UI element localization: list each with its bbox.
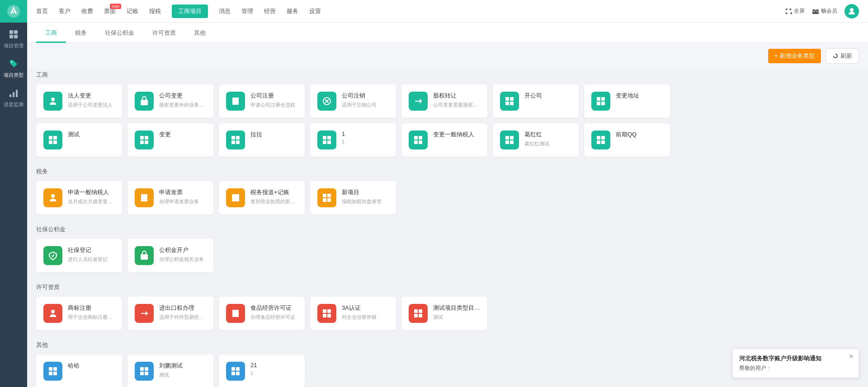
card-early-qq[interactable]: 前期QQ bbox=[584, 123, 670, 157]
svg-point-66 bbox=[51, 310, 55, 313]
card-desc: 测试 bbox=[159, 372, 206, 378]
svg-rect-4 bbox=[14, 35, 18, 38]
card-twentyone[interactable]: 21 1 bbox=[219, 354, 305, 387]
card-apply-taxpayer[interactable]: 申请一般纳税人 当月或次月成变更完成 bbox=[36, 181, 122, 214]
card-info: 测试项目类型目定义 测试 bbox=[433, 304, 480, 321]
nav-settings[interactable]: 设置 bbox=[309, 5, 321, 17]
card-new-project[interactable]: 新项目 报税加税控盘保管 bbox=[310, 181, 396, 214]
card-desc: 1 bbox=[250, 370, 297, 376]
svg-rect-76 bbox=[414, 314, 418, 317]
svg-rect-30 bbox=[49, 140, 52, 144]
nav-message[interactable]: 消息 bbox=[219, 5, 231, 17]
bizreg-cards-grid-2: 测试 变更 bbox=[36, 123, 859, 157]
card-legal-change[interactable]: 法人变更 适用于公司变更法人 bbox=[36, 84, 122, 118]
invoice-badge: new bbox=[110, 4, 121, 9]
card-change2[interactable]: 变更 bbox=[127, 123, 213, 157]
toolbar: + 新增业务类型 刷新 bbox=[27, 43, 868, 69]
tab-bizreg[interactable]: 工商 bbox=[36, 23, 66, 43]
card-icon bbox=[591, 92, 610, 111]
nav-invoice[interactable]: 票据 new bbox=[104, 5, 116, 17]
card-lala[interactable]: 拉拉 bbox=[219, 123, 305, 157]
card-trademark[interactable]: 商标注册 用于企业商标注册服务 bbox=[36, 297, 122, 330]
nav-home[interactable]: 首页 bbox=[36, 5, 48, 17]
card-test-define[interactable]: 测试项目类型目定义 测试 bbox=[401, 297, 487, 330]
card-name: 3A认证 bbox=[342, 304, 389, 312]
svg-rect-62 bbox=[327, 194, 331, 197]
tab-other[interactable]: 其他 bbox=[185, 23, 215, 43]
vip-btn[interactable]: 畅会员 bbox=[812, 7, 837, 15]
refresh-button[interactable]: 刷新 bbox=[826, 48, 859, 64]
card-desc: 适用于对外贸易经营者 bbox=[159, 314, 206, 321]
card-desc: 办理公积金相关业务 bbox=[159, 256, 206, 263]
card-import-export[interactable]: 进出口权办理 适用于对外贸易经营者 bbox=[127, 297, 213, 330]
sidebar-item-label: 项目类型 bbox=[4, 72, 24, 79]
svg-rect-12 bbox=[141, 100, 148, 105]
scroll-container[interactable]: 工商 法人变更 适用于公司变更法人 bbox=[27, 69, 868, 387]
card-fund-open[interactable]: 公积金开户 办理公积金相关业务 bbox=[127, 239, 213, 272]
card-open-company[interactable]: 开公司 bbox=[493, 84, 579, 118]
nav-service[interactable]: 服务 bbox=[287, 5, 298, 17]
tab-social[interactable]: 社保公积金 bbox=[96, 23, 143, 43]
card-info: 法人变更 适用于公司变更法人 bbox=[68, 92, 115, 108]
card-info: 商标注册 用于企业商标注册服务 bbox=[68, 304, 115, 321]
card-icon bbox=[226, 304, 245, 323]
card-food-license[interactable]: 食品经营许可证 办理食品经营许可证 bbox=[219, 297, 305, 330]
tab-tax[interactable]: 税务 bbox=[66, 23, 96, 43]
svg-rect-1 bbox=[9, 30, 13, 34]
card-name: 商标注册 bbox=[68, 304, 115, 312]
nav-bizreg[interactable]: 工商项目 bbox=[172, 5, 208, 18]
card-info: 刘鹏测试 测试 bbox=[159, 362, 206, 378]
nav-billing[interactable]: 收费 bbox=[81, 5, 93, 17]
svg-rect-36 bbox=[231, 136, 235, 140]
card-info: 税务报道+记账 拿到营业执照的新公司 bbox=[250, 188, 297, 205]
card-desc: 葛红红测试 bbox=[524, 140, 571, 147]
card-info: 前期QQ bbox=[616, 131, 663, 140]
card-equity-transfer[interactable]: 股权转让 公司变更需要股权转让 bbox=[401, 84, 487, 118]
card-ge-honghong[interactable]: 葛红红 葛红红测试 bbox=[493, 123, 579, 157]
card-apply-invoice[interactable]: 申请发票 办理申请发票业务 bbox=[127, 181, 213, 214]
card-liupeng-test[interactable]: 刘鹏测试 测试 bbox=[127, 354, 213, 387]
card-info: 21 1 bbox=[250, 362, 297, 376]
svg-rect-80 bbox=[49, 372, 52, 375]
svg-rect-43 bbox=[327, 140, 331, 144]
card-name: 开公司 bbox=[524, 92, 571, 100]
sidebar-item-project-type[interactable]: 项目类型 bbox=[0, 52, 27, 81]
card-company-reg[interactable]: 公司注册 申请公司注册全流程 bbox=[219, 84, 305, 118]
svg-point-11 bbox=[51, 98, 55, 101]
sidebar-item-progress-monitor[interactable]: 进度监测 bbox=[0, 81, 27, 111]
card-social-reg[interactable]: 社保登记 进行人员社保登记 bbox=[36, 239, 122, 272]
card-company-change[interactable]: 公司变更 股权变更外的业务变更 bbox=[127, 84, 213, 118]
add-type-button[interactable]: + 新增业务类型 bbox=[768, 49, 821, 63]
card-desc: 办理食品经营许可证 bbox=[250, 314, 297, 321]
nav-accounting[interactable]: 记账 bbox=[127, 5, 138, 17]
card-icon bbox=[226, 131, 245, 149]
card-change-address[interactable]: 变更地址 bbox=[584, 84, 670, 118]
svg-rect-63 bbox=[323, 198, 326, 202]
nav-tax[interactable]: 报税 bbox=[149, 5, 161, 17]
card-info: 社保登记 进行人员社保登记 bbox=[68, 246, 115, 263]
nav-manage[interactable]: 管理 bbox=[241, 5, 253, 17]
card-test[interactable]: 测试 bbox=[36, 123, 122, 157]
card-change-taxpayer[interactable]: 变更一般纳税人 bbox=[401, 123, 487, 157]
nav-client[interactable]: 客户 bbox=[59, 5, 71, 17]
card-desc: 1 bbox=[342, 139, 389, 145]
svg-rect-28 bbox=[49, 136, 52, 140]
card-tax-report[interactable]: 税务报道+记账 拿到营业执照的新公司 bbox=[219, 181, 305, 214]
notification-close-btn[interactable]: ✕ bbox=[849, 353, 854, 360]
social-cards-grid: 社保登记 进行人员社保登记 公积金开户 办理公积金相关业务 bbox=[36, 239, 859, 272]
card-3a-cert[interactable]: 3A认证 对企业信誉评级 bbox=[310, 297, 396, 330]
card-company-cancel[interactable]: 公司注销 适用于注销公司 bbox=[310, 84, 396, 118]
svg-rect-7 bbox=[13, 92, 14, 97]
card-haha[interactable]: 哈哈 bbox=[36, 354, 122, 387]
svg-rect-34 bbox=[140, 140, 144, 144]
grid-icon bbox=[7, 28, 20, 41]
card-one[interactable]: 1 1 bbox=[310, 123, 396, 157]
nav-operation[interactable]: 经营 bbox=[264, 5, 276, 17]
card-info: 申请发票 办理申请发票业务 bbox=[159, 188, 206, 205]
card-name: 股权转让 bbox=[433, 92, 480, 100]
tab-license[interactable]: 许可资质 bbox=[143, 23, 185, 43]
card-icon bbox=[135, 188, 154, 207]
avatar[interactable] bbox=[844, 4, 859, 19]
fullscreen-btn[interactable]: 全屏 bbox=[785, 7, 805, 15]
sidebar-item-project-mgmt[interactable]: 项目管理 bbox=[0, 23, 27, 52]
